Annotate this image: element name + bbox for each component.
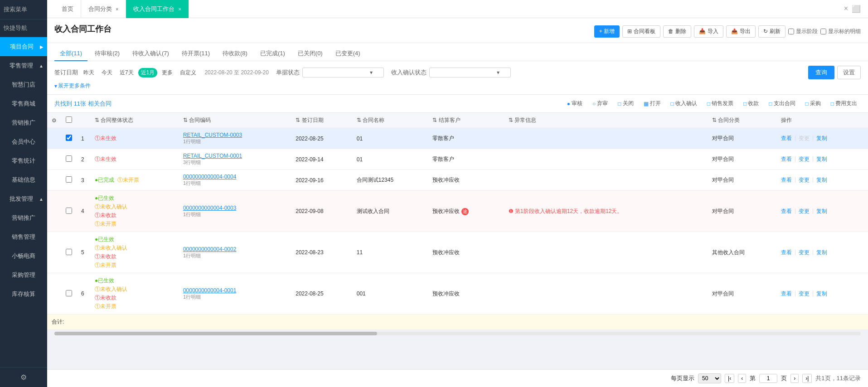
filter-tab-pending-review[interactable]: 待审核(2)	[89, 47, 125, 61]
view-link-3[interactable]: 查看	[781, 176, 792, 184]
last-page-button[interactable]: ›|	[802, 374, 812, 383]
filter-tab-all[interactable]: 全部(11)	[54, 47, 87, 61]
change-link-3[interactable]: 变更	[799, 176, 810, 184]
view-link-4[interactable]: 查看	[781, 208, 792, 215]
close-tab-contract-category[interactable]: ×	[116, 6, 118, 12]
refresh-button[interactable]: ↻ 刷新	[758, 25, 786, 38]
contract-code-link-6[interactable]: 0000000000004-0001	[183, 287, 236, 294]
contract-code-link-5[interactable]: 0000000000004-0002	[183, 246, 236, 252]
sidebar-item-marketing[interactable]: 营销推广	[0, 113, 47, 132]
change-link-5[interactable]: 变更	[799, 249, 810, 256]
close-action-button[interactable]: □ 关闭	[614, 98, 637, 109]
filter-tab-pending-income-confirm[interactable]: 待收入确认(7)	[127, 47, 175, 61]
expand-conditions-button[interactable]: ▾ 展开更多条件	[54, 82, 861, 90]
sidebar-search[interactable]: 搜索菜单	[0, 0, 47, 19]
new-button[interactable]: + 新增	[594, 25, 620, 38]
date-opt-yesterday[interactable]: 昨天	[81, 68, 97, 77]
copy-link-1[interactable]: 复制	[816, 135, 827, 142]
first-page-button[interactable]: |‹	[725, 374, 734, 383]
sidebar-item-retail-commerce[interactable]: 零售商城	[0, 94, 47, 113]
copy-link-6[interactable]: 复制	[816, 290, 827, 298]
date-opt-today[interactable]: 今天	[99, 68, 115, 77]
copy-link-5[interactable]: 复制	[816, 249, 827, 256]
change-link-2[interactable]: 变更	[799, 155, 810, 163]
sidebar-gear-button[interactable]: ⚙	[0, 367, 47, 387]
date-opt-more[interactable]: 更多	[159, 68, 175, 77]
sort-icon-name[interactable]: ⇅	[357, 117, 361, 123]
delete-button[interactable]: 🗑 删除	[663, 25, 691, 38]
show-segments-checkbox[interactable]: 显示阶段	[788, 28, 818, 35]
contract-code-link-1[interactable]: RETAIL_CUSTOM-0003	[183, 132, 242, 138]
search-button[interactable]: 查询	[808, 66, 834, 79]
row-checkbox-3[interactable]	[66, 176, 72, 183]
sidebar-item-retail-management[interactable]: 零售管理 ▲	[0, 56, 47, 75]
abandon-action-button[interactable]: ○ 弃审	[589, 98, 611, 109]
tab-home[interactable]: 首页	[54, 0, 81, 18]
sidebar-item-sales-marketing[interactable]: 营销推广	[0, 208, 47, 227]
import-button[interactable]: 📥 导入	[694, 25, 723, 38]
contract-code-link-3[interactable]: 0000000000004-0004	[183, 174, 236, 180]
page-number-input[interactable]	[759, 374, 777, 383]
expense-out-action-button[interactable]: □ 支出合同	[765, 98, 799, 109]
prev-page-button[interactable]: ‹	[738, 374, 746, 383]
filter-tab-completed[interactable]: 已完成(1)	[255, 47, 291, 61]
row-checkbox-1[interactable]	[66, 135, 72, 141]
sidebar-item-xiaochang-ecommerce[interactable]: 小畅电商	[0, 247, 47, 266]
page-size-select[interactable]: 50 10 20 100	[698, 373, 721, 383]
maximize-window-icon[interactable]: ⬜	[852, 5, 861, 13]
print-action-button[interactable]: ▦ 打开	[640, 98, 664, 109]
settings-icon[interactable]: ⚙	[52, 117, 57, 124]
sidebar-item-member-center[interactable]: 会员中心	[0, 132, 47, 151]
date-opt-last1month[interactable]: 近1月	[138, 68, 158, 77]
close-tab-income-contract[interactable]: ×	[178, 6, 181, 12]
sidebar-quick-nav[interactable]: 快捷导航	[0, 19, 47, 37]
tab-contract-category[interactable]: 合同分类 ×	[81, 0, 126, 18]
sidebar-item-smart-store[interactable]: 智慧门店	[0, 75, 47, 94]
filter-tab-closed[interactable]: 已关闭(0)	[292, 47, 328, 61]
sidebar-item-purchase-management[interactable]: 采购管理	[0, 266, 47, 285]
change-link-6[interactable]: 变更	[799, 290, 810, 298]
tab-income-contract[interactable]: 收入合同工作台 ×	[126, 0, 189, 18]
filter-tab-pending-payment[interactable]: 待收款(8)	[217, 47, 253, 61]
contract-board-button[interactable]: ⊞ 合同看板	[622, 25, 660, 38]
show-marks-checkbox[interactable]: 显示标的明细	[820, 28, 861, 35]
sidebar-item-project-contract[interactable]: 项目合同 ▶	[0, 37, 47, 56]
setting-button[interactable]: 设置	[837, 66, 861, 79]
copy-link-4[interactable]: 复制	[816, 208, 827, 215]
date-opt-last7days[interactable]: 近7天	[117, 68, 136, 77]
sidebar-item-sales-management[interactable]: 销售管理	[0, 227, 47, 247]
sidebar-item-retail-stats[interactable]: 零售统计	[0, 151, 47, 170]
sidebar-item-inventory-settlement[interactable]: 库存核算	[0, 285, 47, 304]
view-link-5[interactable]: 查看	[781, 249, 792, 256]
sales-invoice-action-button[interactable]: □ 销售发票	[703, 98, 737, 109]
sidebar-item-basic-info[interactable]: 基础信息	[0, 170, 47, 189]
sort-icon-date[interactable]: ⇅	[296, 117, 300, 123]
row-checkbox-4[interactable]	[66, 208, 72, 214]
horizontal-scrollbar-thumb[interactable]	[54, 332, 377, 335]
expense-action-button[interactable]: □ 费用支出	[827, 98, 861, 109]
view-link-6[interactable]: 查看	[781, 290, 792, 298]
row-checkbox-6[interactable]	[66, 290, 72, 296]
sort-icon-error[interactable]: ⇅	[509, 117, 513, 123]
income-confirm-action-button[interactable]: □ 收入确认	[667, 98, 701, 109]
copy-link-3[interactable]: 复制	[816, 176, 827, 184]
sort-icon-code[interactable]: ⇅	[183, 117, 188, 123]
filter-tab-changed[interactable]: 已变更(4)	[330, 47, 366, 61]
review-action-button[interactable]: ● 审核	[563, 98, 586, 109]
contract-code-link-4[interactable]: 0000000000004-0003	[183, 205, 236, 211]
purchase-action-button[interactable]: □ 采购	[802, 98, 824, 109]
sort-icon[interactable]: ⇅	[95, 117, 99, 123]
sort-icon-customer[interactable]: ⇅	[432, 117, 437, 123]
income-confirm-status-select[interactable]: ▾	[429, 68, 511, 77]
doc-status-select[interactable]: ▾	[302, 68, 384, 77]
horizontal-scrollbar[interactable]	[54, 332, 861, 335]
row-checkbox-2[interactable]	[66, 155, 72, 162]
export-button[interactable]: 📤 导出	[726, 25, 756, 38]
filter-tab-pending-invoice[interactable]: 待开票(11)	[176, 47, 215, 61]
receive-action-button[interactable]: □ 收款	[740, 98, 762, 109]
close-window-icon[interactable]: ×	[844, 5, 848, 13]
contract-code-link-2[interactable]: RETAIL_CUSTOM-0001	[183, 153, 242, 159]
col-settings[interactable]: ⚙	[47, 113, 61, 128]
select-all-checkbox[interactable]	[66, 116, 72, 123]
copy-link-2[interactable]: 复制	[816, 155, 827, 163]
